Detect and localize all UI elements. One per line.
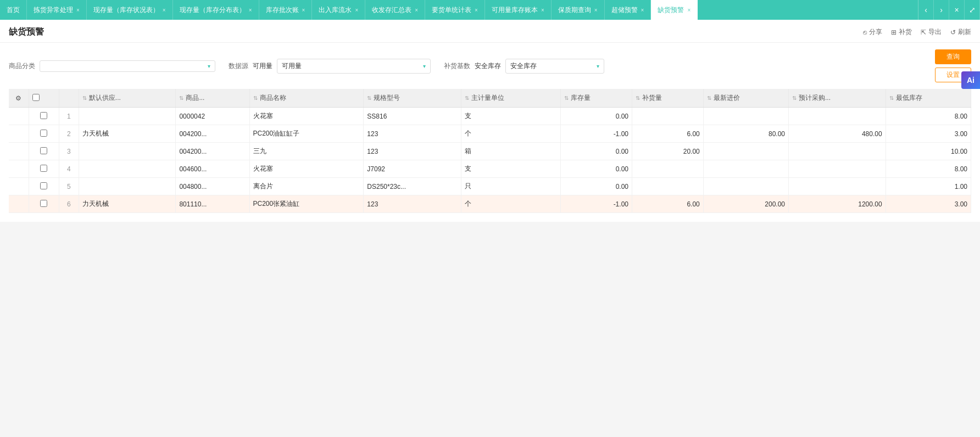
tab-expiry-query[interactable]: 保质期查询 × bbox=[552, 0, 605, 20]
column-stock[interactable]: ⇅库存量 bbox=[561, 89, 632, 108]
row-gear-cell bbox=[9, 178, 29, 195]
column-product-name[interactable]: ⇅商品名称 bbox=[249, 89, 364, 108]
row-checkbox-cell[interactable] bbox=[29, 125, 59, 143]
column-min-stock[interactable]: ⇅最低库存 bbox=[886, 89, 971, 108]
row-index: 1 bbox=[59, 108, 79, 125]
row-supplier bbox=[79, 143, 176, 160]
select-all-checkbox[interactable] bbox=[32, 94, 40, 101]
row-checkbox[interactable] bbox=[40, 165, 47, 172]
filter-datasource-select[interactable]: 可用量 ▾ bbox=[277, 59, 431, 74]
tab-abnormal[interactable]: 拣货异常处理 × bbox=[27, 0, 87, 20]
table-row: 6 力天机械 801110... PC200张紧油缸 123 个 -1.00 6… bbox=[9, 195, 971, 213]
column-replenish-qty[interactable]: ⇅补货量 bbox=[632, 89, 703, 108]
tab-inventory-status[interactable]: 现存量（库存状况表） × bbox=[87, 0, 173, 20]
row-index: 5 bbox=[59, 178, 79, 195]
row-latest-price bbox=[703, 143, 788, 160]
tab-maximize-button[interactable]: ⤢ bbox=[965, 0, 980, 20]
row-estimated-purchase bbox=[789, 143, 886, 160]
share-button[interactable]: ⎋ 分享 bbox=[863, 27, 882, 37]
chevron-down-icon-3: ▾ bbox=[597, 63, 599, 69]
close-tab-receive-summary[interactable]: × bbox=[415, 7, 418, 13]
column-spec[interactable]: ⇅规格型号 bbox=[364, 89, 461, 108]
close-tab-expiry-query[interactable]: × bbox=[594, 7, 598, 13]
row-stock: 0.00 bbox=[561, 178, 632, 195]
row-estimated-purchase bbox=[789, 108, 886, 125]
column-unit[interactable]: ⇅主计量单位 bbox=[461, 89, 561, 108]
close-tab-inout-flow[interactable]: × bbox=[355, 7, 358, 13]
tab-demand-stat[interactable]: 要货单统计表 × bbox=[425, 0, 485, 20]
row-min-stock: 10.00 bbox=[886, 143, 971, 160]
row-spec: SS816 bbox=[364, 108, 461, 125]
replenish-button[interactable]: ⊞ 补货 bbox=[891, 27, 912, 37]
column-estimated-purchase[interactable]: ⇅预计采购... bbox=[789, 89, 886, 108]
row-checkbox-cell[interactable] bbox=[29, 108, 59, 125]
row-latest-price: 80.00 bbox=[703, 125, 788, 143]
row-latest-price: 200.00 bbox=[703, 195, 788, 213]
filter-replenishbase-select[interactable]: 安全库存 ▾ bbox=[505, 59, 604, 74]
column-supplier[interactable]: ⇅默认供应... bbox=[79, 89, 176, 108]
row-product-name: 三九 bbox=[249, 143, 364, 160]
tab-next-button[interactable]: › bbox=[934, 0, 949, 20]
tab-inout-flow[interactable]: 出入库流水 × bbox=[312, 0, 365, 20]
table-row: 5 004800... 离合片 DS250*23c... 只 0.00 1.00 bbox=[9, 178, 971, 195]
row-checkbox[interactable] bbox=[40, 182, 47, 189]
tab-nav-buttons: ‹ › × ⤢ bbox=[918, 0, 980, 20]
tab-prev-button[interactable]: ‹ bbox=[918, 0, 934, 20]
refresh-icon: ↺ bbox=[950, 29, 956, 36]
column-product-code[interactable]: ⇅商品... bbox=[176, 89, 249, 108]
close-tab-demand-stat[interactable]: × bbox=[475, 7, 478, 13]
row-replenish-qty: 6.00 bbox=[632, 195, 703, 213]
refresh-button[interactable]: ↺ 刷新 bbox=[950, 27, 971, 37]
export-button[interactable]: ⇱ 导出 bbox=[921, 27, 942, 37]
row-checkbox[interactable] bbox=[40, 147, 47, 154]
row-supplier: 力天机械 bbox=[79, 195, 176, 213]
close-tab-overstock[interactable]: × bbox=[641, 7, 644, 13]
header-actions: ⎋ 分享 ⊞ 补货 ⇱ 导出 ↺ 刷新 bbox=[863, 27, 971, 37]
page-title: 缺货预警 bbox=[9, 26, 44, 38]
row-checkbox[interactable] bbox=[40, 200, 47, 207]
column-latest-price[interactable]: ⇅最新进价 bbox=[703, 89, 788, 108]
row-replenish-qty: 20.00 bbox=[632, 143, 703, 160]
row-gear-cell bbox=[9, 143, 29, 160]
close-tab-abnormal[interactable]: × bbox=[76, 7, 80, 13]
close-tab-batch-account[interactable]: × bbox=[302, 7, 305, 13]
row-latest-price bbox=[703, 108, 788, 125]
row-min-stock: 1.00 bbox=[886, 178, 971, 195]
tab-inventory-dist[interactable]: 现存量（库存分布表） × bbox=[173, 0, 259, 20]
row-unit: 支 bbox=[461, 160, 561, 178]
tab-receive-summary[interactable]: 收发存汇总表 × bbox=[365, 0, 425, 20]
column-gear[interactable]: ⚙ bbox=[9, 89, 29, 108]
table-row: 4 004600... 火花塞 J7092 支 0.00 8.00 bbox=[9, 160, 971, 178]
query-button[interactable]: 查询 bbox=[935, 49, 971, 64]
filter-category-select[interactable]: ▾ bbox=[40, 60, 215, 72]
tab-overstock[interactable]: 超储预警 × bbox=[605, 0, 652, 20]
row-checkbox-cell[interactable] bbox=[29, 178, 59, 195]
tab-available-account[interactable]: 可用量库存账本 × bbox=[485, 0, 552, 20]
row-stock: -1.00 bbox=[561, 125, 632, 143]
column-checkbox[interactable] bbox=[29, 89, 59, 108]
row-index: 2 bbox=[59, 125, 79, 143]
row-checkbox-cell[interactable] bbox=[29, 195, 59, 213]
row-stock: 0.00 bbox=[561, 108, 632, 125]
close-tab-inventory-dist[interactable]: × bbox=[249, 7, 252, 13]
row-min-stock: 8.00 bbox=[886, 160, 971, 178]
filter-category-label: 商品分类 bbox=[9, 61, 35, 71]
table-row: 3 004200... 三九 123 箱 0.00 20.00 10.00 bbox=[9, 143, 971, 160]
tab-batch-account[interactable]: 库存批次账 × bbox=[259, 0, 313, 20]
close-tab-inventory-status[interactable]: × bbox=[163, 7, 166, 13]
row-stock: 0.00 bbox=[561, 160, 632, 178]
row-checkbox-cell[interactable] bbox=[29, 143, 59, 160]
ai-badge[interactable]: Ai bbox=[961, 71, 980, 89]
tab-stockout[interactable]: 缺货预警 × bbox=[651, 0, 698, 20]
row-checkbox[interactable] bbox=[40, 112, 47, 119]
row-min-stock: 3.00 bbox=[886, 125, 971, 143]
row-checkbox-cell[interactable] bbox=[29, 160, 59, 178]
tab-close-button[interactable]: × bbox=[949, 0, 965, 20]
row-replenish-qty bbox=[632, 160, 703, 178]
close-tab-stockout[interactable]: × bbox=[687, 7, 691, 13]
row-product-name: PC200油缸缸子 bbox=[249, 125, 364, 143]
close-tab-available-account[interactable]: × bbox=[541, 7, 544, 13]
tab-home[interactable]: 首页 bbox=[0, 0, 27, 20]
table-header-row: ⚙ ⇅默认供应... ⇅商品... ⇅商品名称 ⇅规格型号 bbox=[9, 89, 971, 108]
row-checkbox[interactable] bbox=[40, 130, 47, 137]
